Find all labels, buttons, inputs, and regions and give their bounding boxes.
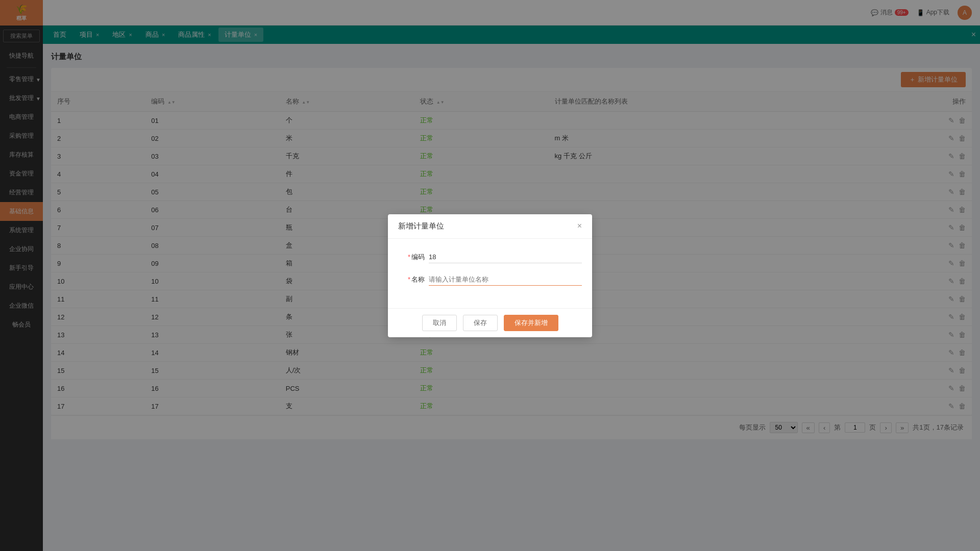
modal-footer: 取消 保存 保存并新增 xyxy=(388,308,592,337)
save-button[interactable]: 保存 xyxy=(463,315,498,331)
modal-body: *编码 *名称 xyxy=(388,239,592,308)
form-name-input[interactable] xyxy=(429,273,582,286)
form-code-label: *编码 xyxy=(398,253,429,262)
required-star-name: * xyxy=(408,276,410,283)
form-name-label: *名称 xyxy=(398,275,429,284)
required-star-code: * xyxy=(408,253,410,261)
modal-add-unit: 新增计量单位 × *编码 *名称 取消 保存 保存并新增 xyxy=(388,214,592,337)
modal-header: 新增计量单位 × xyxy=(388,214,592,239)
save-and-new-button[interactable]: 保存并新增 xyxy=(504,315,558,331)
modal-close-button[interactable]: × xyxy=(577,221,582,231)
form-item-name: *名称 xyxy=(398,273,582,286)
modal-title: 新增计量单位 xyxy=(398,221,444,231)
form-item-code: *编码 xyxy=(398,251,582,263)
form-code-input[interactable] xyxy=(429,251,582,263)
cancel-button[interactable]: 取消 xyxy=(422,315,457,331)
modal-overlay[interactable]: 新增计量单位 × *编码 *名称 取消 保存 保存并新增 xyxy=(0,0,980,551)
